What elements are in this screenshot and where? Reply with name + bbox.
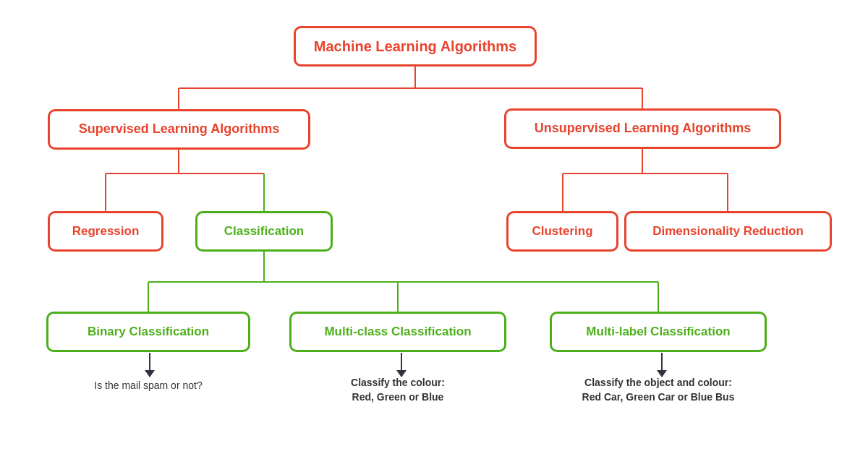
unsupervised-node: Unsupervised Learning Algorithms xyxy=(504,108,781,149)
dimensionality-node: Dimensionality Reduction xyxy=(624,211,832,252)
clustering-node: Clustering xyxy=(506,211,618,252)
multilabel-classification-node: Multi-label Classification xyxy=(550,312,767,352)
regression-node: Regression xyxy=(48,211,163,252)
multiclass-classification-node: Multi-class Classification xyxy=(289,312,506,352)
binary-label: Is the mail spam or not? xyxy=(72,379,224,393)
supervised-node: Supervised Learning Algorithms xyxy=(48,109,310,150)
binary-arrow xyxy=(145,353,155,377)
multiclass-label: Classify the colour:Red, Green or Blue xyxy=(311,376,485,404)
multilabel-arrow xyxy=(657,353,667,377)
multiclass-arrow xyxy=(396,353,407,377)
binary-classification-node: Binary Classification xyxy=(46,312,250,352)
root-node: Machine Learning Algorithms xyxy=(294,26,537,67)
classification-node: Classification xyxy=(195,211,333,252)
multilabel-label: Classify the object and colour:Red Car, … xyxy=(564,376,752,404)
